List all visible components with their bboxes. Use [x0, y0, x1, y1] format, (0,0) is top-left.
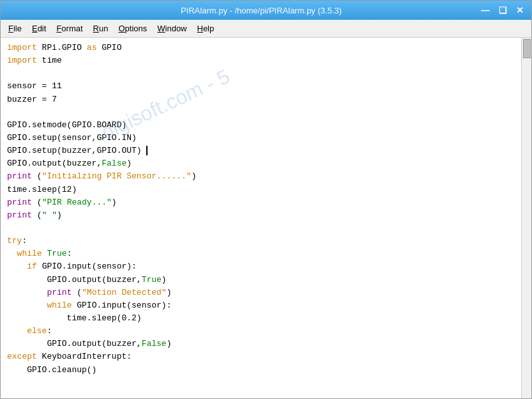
- code-line: GPIO.output(buzzer,True): [7, 274, 515, 286]
- menu-run[interactable]: Run: [88, 22, 114, 35]
- code-line: else:: [7, 325, 515, 338]
- code-line: [7, 222, 515, 235]
- code-line: GPIO.setup(sensor,GPIO.IN): [7, 132, 515, 145]
- code-line: sensor = 11: [7, 80, 515, 93]
- close-button[interactable]: ✕: [513, 5, 526, 15]
- editor-area[interactable]: digisoft.com - 5 import RPi.GPIO as GPIO…: [1, 38, 531, 398]
- window-controls: — ❑ ✕: [478, 5, 526, 15]
- code-line: GPIO.setup(buzzer,GPIO.OUT): [7, 145, 515, 157]
- code-line: except KeyboardInterrupt:: [7, 350, 515, 363]
- code-line: time.sleep(12): [7, 184, 515, 196]
- code-line: GPIO.output(buzzer,False): [7, 338, 515, 350]
- code-line: GPIO.setmode(GPIO.BOARD): [7, 119, 515, 132]
- code-line: print ("Motion Detected"): [7, 286, 515, 299]
- menu-format[interactable]: Format: [51, 22, 87, 35]
- maximize-button[interactable]: ❑: [496, 5, 510, 15]
- code-line: while True:: [7, 247, 515, 260]
- window-title: PIRAlarm.py - /home/pi/PIRAlarm.py (3.5.…: [44, 6, 478, 15]
- code-line: try:: [7, 235, 515, 247]
- main-window: PIRAlarm.py - /home/pi/PIRAlarm.py (3.5.…: [0, 0, 532, 399]
- code-line: while GPIO.input(sensor):: [7, 299, 515, 312]
- code-line: import RPi.GPIO as GPIO: [7, 42, 515, 54]
- menu-help[interactable]: Help: [192, 22, 220, 35]
- scrollbar-vertical[interactable]: [521, 38, 531, 398]
- code-line: import time: [7, 54, 515, 67]
- menu-file[interactable]: File: [3, 22, 27, 35]
- code-line: [7, 67, 515, 80]
- title-bar: PIRAlarm.py - /home/pi/PIRAlarm.py (3.5.…: [1, 1, 531, 20]
- code-line: GPIO.cleanup(): [7, 364, 515, 377]
- minimize-button[interactable]: —: [478, 5, 492, 15]
- code-editor[interactable]: digisoft.com - 5 import RPi.GPIO as GPIO…: [1, 38, 521, 398]
- code-line: buzzer = 7: [7, 93, 515, 106]
- menu-bar: File Edit Format Run Options Window Help: [1, 20, 531, 38]
- code-line: print ("PIR Ready..."): [7, 196, 515, 209]
- menu-window[interactable]: Window: [152, 22, 192, 35]
- code-line: [7, 106, 515, 119]
- code-line: print ("Initialzing PIR Sensor......"): [7, 170, 515, 183]
- code-line: time.sleep(0.2): [7, 312, 515, 325]
- menu-edit[interactable]: Edit: [27, 22, 51, 35]
- code-line: if GPIO.input(sensor):: [7, 260, 515, 273]
- scrollbar-thumb[interactable]: [523, 39, 531, 58]
- menu-options[interactable]: Options: [113, 22, 152, 35]
- code-line: GPIO.output(buzzer,False): [7, 157, 515, 170]
- code-line: print (" "): [7, 209, 515, 222]
